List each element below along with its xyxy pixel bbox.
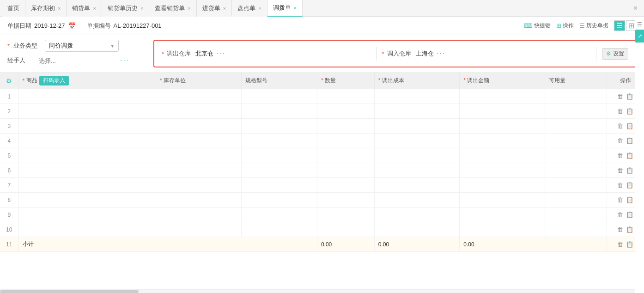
sidebar-list-icon[interactable]: ☰ (636, 20, 644, 29)
tab-close-view-sales[interactable]: × (188, 6, 190, 11)
copy-icon[interactable]: 📋 (626, 152, 633, 159)
shortcuts-button[interactable]: ⌨ 快捷键 (524, 22, 551, 30)
copy-icon[interactable]: 📋 (626, 93, 633, 100)
row-spec[interactable] (241, 148, 317, 163)
row-cost[interactable] (374, 104, 460, 119)
row-unit[interactable] (156, 222, 241, 237)
tab-inventory-init[interactable]: 库存期初 × (25, 0, 67, 17)
copy-icon[interactable]: 📋 (626, 226, 633, 233)
delete-icon[interactable]: 🗑 (617, 182, 623, 189)
row-cost[interactable] (374, 134, 460, 148)
copy-icon[interactable]: 📋 (626, 108, 633, 115)
row-product[interactable] (18, 222, 156, 237)
row-qty[interactable] (317, 119, 374, 134)
row-cost[interactable] (374, 178, 460, 193)
row-spec[interactable] (241, 193, 317, 208)
tab-home[interactable]: 首页 (2, 0, 25, 17)
row-product[interactable] (18, 134, 156, 148)
tab-close-inventory-check[interactable]: × (258, 6, 261, 11)
row-cost[interactable] (374, 148, 460, 163)
tab-sales-history[interactable]: 销货单历史 × (102, 0, 149, 17)
delete-icon[interactable]: 🗑 (617, 196, 623, 203)
history-button[interactable]: ☰ 历史单据 (579, 22, 608, 30)
row-qty[interactable] (317, 148, 374, 163)
calendar-icon[interactable]: 📅 (68, 22, 76, 30)
scan-button[interactable]: 扫码录入 (39, 76, 69, 85)
row-amount[interactable] (460, 178, 545, 193)
row-amount[interactable] (460, 134, 545, 148)
tab-purchase[interactable]: 进货单 × (197, 0, 232, 17)
row-amount[interactable] (460, 193, 545, 208)
row-product[interactable] (18, 178, 156, 193)
row-qty[interactable] (317, 178, 374, 193)
row-qty[interactable] (317, 208, 374, 222)
tab-close-inventory-init[interactable]: × (58, 6, 61, 11)
row-amount[interactable] (460, 222, 545, 237)
row-amount[interactable] (460, 119, 545, 134)
row-spec[interactable] (241, 89, 317, 104)
row-unit[interactable] (156, 134, 241, 148)
row-product[interactable] (18, 163, 156, 178)
tab-inventory-check[interactable]: 盘点单 × (232, 0, 267, 17)
row-product[interactable] (18, 148, 156, 163)
copy-icon[interactable]: 📋 (626, 211, 633, 218)
copy-icon[interactable]: 📋 (626, 196, 633, 203)
row-amount[interactable] (460, 89, 545, 104)
tab-sales-order[interactable]: 销货单 × (67, 0, 102, 17)
in-warehouse-more-button[interactable]: ··· (437, 49, 590, 58)
delete-icon[interactable]: 🗑 (617, 93, 623, 100)
row-cost[interactable] (374, 193, 460, 208)
tab-view-sales[interactable]: 查看销货单 × (149, 0, 196, 17)
handler-input[interactable] (39, 57, 116, 64)
row-product[interactable] (18, 89, 156, 104)
sidebar-expand-icon[interactable]: ↗ (635, 30, 644, 43)
tab-close-transfer[interactable]: × (294, 5, 297, 11)
row-cost[interactable] (374, 163, 460, 178)
tab-transfer[interactable]: 调拨单 × (267, 0, 303, 17)
copy-icon[interactable]: 📋 (626, 241, 633, 248)
copy-icon[interactable]: 📋 (626, 167, 633, 174)
row-qty[interactable] (317, 134, 374, 148)
delete-icon[interactable]: 🗑 (617, 108, 623, 115)
row-amount[interactable] (460, 104, 545, 119)
row-qty[interactable] (317, 193, 374, 208)
row-spec[interactable] (241, 119, 317, 134)
row-spec[interactable] (241, 104, 317, 119)
row-spec[interactable] (241, 134, 317, 148)
copy-icon[interactable]: 📋 (626, 137, 633, 144)
row-product[interactable] (18, 193, 156, 208)
row-qty[interactable] (317, 89, 374, 104)
copy-icon[interactable]: 📋 (626, 182, 633, 189)
row-unit[interactable] (156, 208, 241, 222)
row-spec[interactable] (241, 178, 317, 193)
business-type-select[interactable]: 同价调拨 ▼ (45, 40, 119, 52)
row-unit[interactable] (156, 148, 241, 163)
row-amount[interactable] (460, 208, 545, 222)
row-cost[interactable] (374, 222, 460, 237)
scrollbar-thumb[interactable] (0, 290, 139, 293)
copy-icon[interactable]: 📋 (626, 122, 633, 129)
row-qty[interactable] (317, 222, 374, 237)
tab-close-sales-order[interactable]: × (93, 6, 96, 11)
horizontal-scrollbar[interactable] (0, 289, 644, 293)
gear-icon[interactable]: ⚙ (6, 77, 12, 85)
row-spec[interactable] (241, 208, 317, 222)
delete-icon[interactable]: 🗑 (617, 226, 623, 233)
handler-more-button[interactable]: ··· (120, 56, 129, 65)
row-unit[interactable] (156, 178, 241, 193)
row-cost[interactable] (374, 89, 460, 104)
delete-icon[interactable]: 🗑 (617, 152, 623, 159)
row-unit[interactable] (156, 193, 241, 208)
out-warehouse-more-button[interactable]: ··· (216, 49, 370, 58)
delete-icon[interactable]: 🗑 (617, 241, 623, 248)
delete-icon[interactable]: 🗑 (617, 137, 623, 144)
row-unit[interactable] (156, 163, 241, 178)
row-amount[interactable] (460, 148, 545, 163)
row-unit[interactable] (156, 89, 241, 104)
row-unit[interactable] (156, 104, 241, 119)
row-unit[interactable] (156, 119, 241, 134)
row-qty[interactable] (317, 104, 374, 119)
row-cost[interactable] (374, 208, 460, 222)
tab-close-purchase[interactable]: × (223, 6, 226, 11)
settings-button[interactable]: ⚙ 设置 (602, 48, 628, 60)
